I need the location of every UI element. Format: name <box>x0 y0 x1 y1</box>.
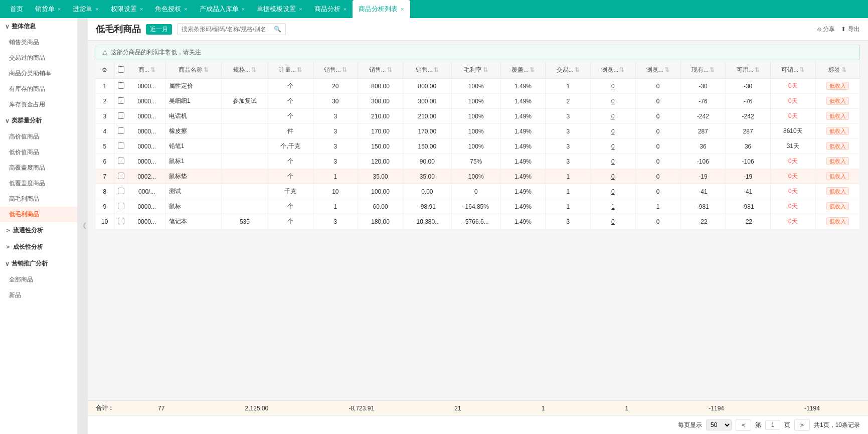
sidebar-item-category-rate[interactable]: 商品分类助销率 <box>0 66 77 81</box>
row-checkbox[interactable] <box>118 142 124 149</box>
nav-purchase-order[interactable]: 进货单 × <box>67 0 104 18</box>
col-sales-amount[interactable]: 销售...⇅ <box>403 62 451 78</box>
cell-no: 1 <box>96 78 114 94</box>
cell-checkbox[interactable] <box>114 169 128 184</box>
sidebar-item-new-products[interactable]: 新品 <box>0 287 77 303</box>
cell-checkbox[interactable] <box>114 199 128 214</box>
col-coverage[interactable]: 覆盖...⇅ <box>500 62 546 78</box>
close-icon[interactable]: × <box>343 6 346 12</box>
row-checkbox[interactable] <box>118 203 124 209</box>
col-settings[interactable]: ⚙ <box>96 62 114 78</box>
close-icon[interactable]: × <box>95 6 98 12</box>
cell-checkbox[interactable] <box>114 214 128 229</box>
col-view2[interactable]: 浏览...⇅ <box>635 62 680 78</box>
export-button[interactable]: ⬆ 导出 <box>841 25 860 34</box>
sidebar-group-cluster[interactable]: ∨ 类群量分析 <box>0 112 77 129</box>
col-code[interactable]: 商...⇅ <box>128 62 166 78</box>
share-button[interactable]: ⎋ 分享 <box>817 25 835 34</box>
row-checkbox[interactable] <box>118 188 124 194</box>
row-checkbox[interactable] <box>118 97 124 104</box>
table-header-row: ⚙ 商...⇅ 商品名称⇅ 规格...⇅ 计量...⇅ 销售...⇅ 销售...… <box>96 62 860 78</box>
sidebar-item-low-value[interactable]: 低价值商品 <box>0 144 77 160</box>
cell-view1[interactable]: 0 <box>591 184 636 199</box>
search-icon[interactable]: 🔍 <box>274 26 281 33</box>
header-right: ⎋ 分享 ⬆ 导出 <box>817 25 860 34</box>
sidebar-item-traded-products[interactable]: 交易过的商品 <box>0 50 77 66</box>
col-sales-price[interactable]: 销售...⇅ <box>358 62 403 78</box>
col-saleable[interactable]: 可销...⇅ <box>770 62 815 78</box>
cell-view1[interactable]: 0 <box>591 139 636 154</box>
sidebar-item-sales-products[interactable]: 销售类商品 <box>0 35 77 50</box>
sidebar-item-low-coverage[interactable]: 低覆盖度商品 <box>0 176 77 191</box>
nav-product-analysis-list[interactable]: 商品分析列表 × <box>353 0 410 18</box>
sidebar-item-all-products[interactable]: 全部商品 <box>0 272 77 287</box>
sidebar-group-growth[interactable]: ＞ 成长性分析 <box>0 239 77 255</box>
nav-product-analysis[interactable]: 商品分析 × <box>308 0 353 18</box>
cell-view1[interactable]: 0 <box>591 154 636 169</box>
col-tag[interactable]: 标签⇅ <box>815 62 859 78</box>
close-icon[interactable]: × <box>401 6 404 12</box>
cell-margin: 100% <box>451 169 500 184</box>
cell-available: 287 <box>726 124 771 139</box>
sidebar-item-stock-funds[interactable]: 库存资金占用 <box>0 97 77 112</box>
per-page-select[interactable]: 50 100 200 <box>706 419 732 430</box>
close-icon[interactable]: × <box>242 6 245 12</box>
row-checkbox[interactable] <box>118 82 124 89</box>
sidebar-item-low-margin[interactable]: 低毛利商品 <box>0 207 77 222</box>
nav-sales-order[interactable]: 销货单 × <box>29 0 67 18</box>
close-icon[interactable]: × <box>299 6 302 12</box>
close-icon[interactable]: × <box>58 6 61 12</box>
row-checkbox[interactable] <box>118 112 124 119</box>
nav-permissions[interactable]: 权限设置 × <box>105 0 149 18</box>
row-checkbox[interactable] <box>118 218 124 224</box>
prev-page-button[interactable]: ＜ <box>736 419 751 431</box>
time-filter-tag[interactable]: 近一月 <box>146 24 172 35</box>
cell-current-stock: 287 <box>680 124 726 139</box>
col-current-stock[interactable]: 现有...⇅ <box>680 62 726 78</box>
sidebar-collapse-button[interactable]: 《 <box>78 18 88 434</box>
sidebar-item-in-stock[interactable]: 有库存的商品 <box>0 81 77 97</box>
col-spec[interactable]: 规格...⇅ <box>222 62 268 78</box>
sidebar-item-high-value[interactable]: 高价值商品 <box>0 129 77 144</box>
row-checkbox[interactable] <box>118 127 124 134</box>
cell-checkbox[interactable] <box>114 109 128 124</box>
sidebar-item-high-margin[interactable]: 高毛利商品 <box>0 191 77 207</box>
cell-checkbox[interactable] <box>114 94 128 109</box>
cell-checkbox[interactable] <box>114 78 128 94</box>
sidebar-group-overall[interactable]: ∨ 整体信息 <box>0 18 77 35</box>
row-checkbox[interactable] <box>118 158 124 164</box>
cell-view1[interactable]: 0 <box>591 94 636 109</box>
col-unit[interactable]: 计量...⇅ <box>268 62 313 78</box>
cell-view1[interactable]: 0 <box>591 214 636 229</box>
col-available[interactable]: 可用...⇅ <box>726 62 771 78</box>
cell-view1[interactable]: 0 <box>591 78 636 94</box>
nav-product-entry[interactable]: 产成品入库单 × <box>194 0 251 18</box>
row-checkbox[interactable] <box>118 173 124 179</box>
col-view1[interactable]: 浏览...⇅ <box>591 62 636 78</box>
cell-view1[interactable]: 1 <box>591 199 636 214</box>
cell-checkbox[interactable] <box>114 124 128 139</box>
col-sales-qty[interactable]: 销售...⇅ <box>313 62 358 78</box>
cell-view1[interactable]: 0 <box>591 109 636 124</box>
cell-unit: 个 <box>268 78 313 94</box>
sidebar-group-circulation[interactable]: ＞ 流通性分析 <box>0 222 77 239</box>
select-all-checkbox[interactable] <box>118 66 124 73</box>
col-margin[interactable]: 毛利率⇅ <box>451 62 500 78</box>
col-checkbox[interactable] <box>114 62 128 78</box>
cell-view1[interactable]: 0 <box>591 124 636 139</box>
cell-checkbox[interactable] <box>114 139 128 154</box>
next-page-button[interactable]: ＞ <box>794 419 810 431</box>
cell-view1[interactable]: 0 <box>591 169 636 184</box>
nav-template-settings[interactable]: 单据模板设置 × <box>251 0 308 18</box>
sidebar-group-marketing[interactable]: ∨ 营销推广分析 <box>0 255 77 272</box>
cell-checkbox[interactable] <box>114 184 128 199</box>
nav-home[interactable]: 首页 <box>4 0 29 18</box>
search-input[interactable] <box>182 26 272 33</box>
nav-role-auth[interactable]: 角色授权 × <box>149 0 193 18</box>
close-icon[interactable]: × <box>184 6 187 12</box>
close-icon[interactable]: × <box>140 6 143 12</box>
col-trade[interactable]: 交易...⇅ <box>546 62 591 78</box>
cell-checkbox[interactable] <box>114 154 128 169</box>
col-name[interactable]: 商品名称⇅ <box>166 62 222 78</box>
sidebar-item-high-coverage[interactable]: 高覆盖度商品 <box>0 160 77 176</box>
